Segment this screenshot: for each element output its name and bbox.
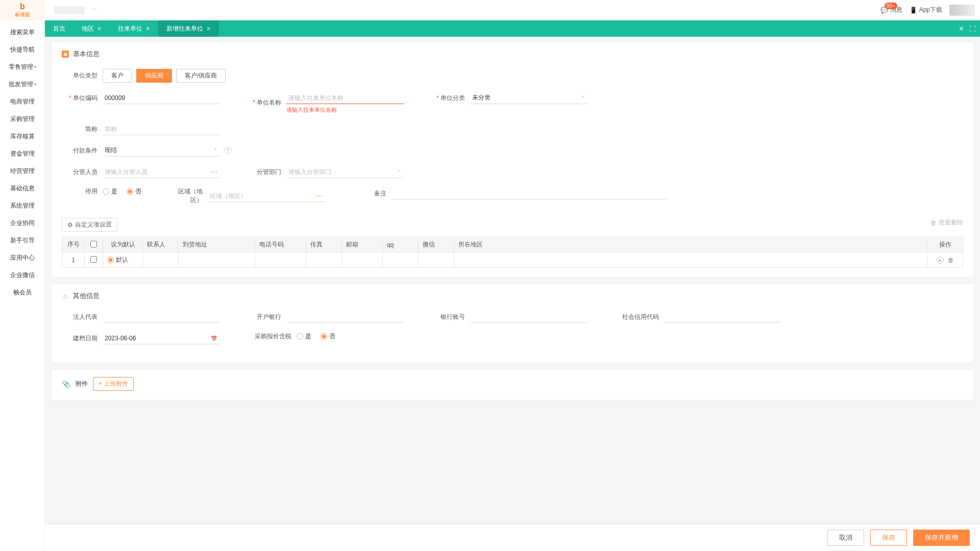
input-region[interactable] — [208, 190, 325, 202]
input-legal[interactable] — [103, 311, 220, 323]
user-avatar[interactable] — [949, 5, 975, 16]
layout: 搜索菜单快捷导航零售管理▾批发管理▾电商管理采购管理库存核算资金管理经营管理基础… — [0, 20, 980, 551]
unit-type-option[interactable]: 客户/供应商 — [176, 69, 226, 83]
org-switcher[interactable]: ﹀ — [45, 6, 106, 14]
cell-contact[interactable] — [143, 253, 179, 268]
custom-fields-button[interactable]: ⚙ 自定义项设置 — [62, 218, 117, 232]
cell-region[interactable] — [454, 253, 927, 268]
sidebar-item[interactable]: 畅会员 — [0, 284, 44, 301]
delete-row-icon[interactable]: 🗑 — [948, 257, 954, 264]
batch-delete-button[interactable]: 🗑 批量删除 — [930, 218, 963, 227]
panel-basic-title-text: 基本信息 — [73, 49, 100, 59]
sidebar-item[interactable]: 基础信息 — [0, 180, 44, 197]
input-unit-name[interactable] — [286, 92, 404, 104]
sidebar-item[interactable]: 企业协同 — [0, 214, 44, 232]
sidebar-item[interactable]: 系统管理 — [0, 197, 44, 214]
table-header: 操作 — [927, 237, 963, 253]
cell-phone[interactable] — [255, 253, 306, 268]
input-credit[interactable] — [664, 311, 781, 323]
more-icon[interactable]: ⋯ — [315, 192, 323, 200]
sidebar-item[interactable]: 批发管理▾ — [0, 76, 44, 93]
logo-edition: 标准版 — [15, 11, 30, 18]
sidebar-item[interactable]: 经营管理 — [0, 162, 44, 180]
select-unit-class[interactable] — [470, 92, 587, 104]
messages-button[interactable]: 💬 消息 99+ — [880, 6, 902, 14]
sidebar-item[interactable]: 企业微信 — [0, 266, 44, 284]
help-icon[interactable]: ? — [224, 147, 231, 154]
sidebar-item[interactable]: 快捷导航 — [0, 41, 44, 58]
tab[interactable]: 地区✕ — [74, 20, 110, 37]
cell-wechat[interactable] — [419, 253, 454, 268]
logo[interactable]: b 标准版 — [0, 0, 45, 20]
radio-tax-yes[interactable]: 是 — [297, 332, 311, 341]
radio-disabled-no[interactable]: 否 — [127, 187, 141, 196]
add-row-icon[interactable]: + — [937, 257, 944, 264]
save-button[interactable]: 保存 — [870, 530, 907, 546]
table-header: qq — [383, 237, 419, 253]
radio-tax-no[interactable]: 否 — [321, 332, 335, 341]
cancel-button[interactable]: 取消 — [827, 530, 864, 546]
sidebar-item-label: 快捷导航 — [10, 45, 35, 54]
sidebar-item-label: 畅会员 — [13, 288, 32, 297]
upload-attachment-button[interactable]: + 上传附件 — [93, 377, 134, 391]
cell-index: 1 — [62, 253, 85, 268]
sidebar-item[interactable]: 库存核算 — [0, 128, 44, 145]
unit-type-option[interactable]: 供应商 — [136, 69, 172, 83]
select-pay-term[interactable] — [103, 144, 220, 157]
label-bank: 开户银行 — [246, 313, 286, 321]
table-header: 微信 — [419, 237, 454, 253]
radio-no-label: 否 — [329, 332, 335, 341]
cell-email[interactable] — [342, 253, 383, 268]
label-pay-term: 付款条件 — [62, 146, 103, 155]
close-icon[interactable]: ✕ — [97, 26, 102, 32]
sidebar-item[interactable]: 资金管理 — [0, 145, 44, 162]
close-tab-icon[interactable]: ✕ — [959, 25, 964, 33]
sidebar-item-label: 批发管理 — [9, 80, 33, 89]
input-remark[interactable] — [391, 187, 667, 199]
sidebar-item[interactable]: 电商管理 — [0, 93, 44, 110]
select-dept[interactable] — [286, 166, 404, 178]
unit-type-option[interactable]: 客户 — [103, 69, 132, 83]
sidebar-item-label: 应用中心 — [10, 254, 35, 262]
close-icon[interactable]: ✕ — [206, 26, 211, 32]
table-header: 到货地址 — [179, 237, 255, 253]
sidebar-item[interactable]: 搜索菜单 — [0, 23, 44, 41]
sidebar-item[interactable]: 零售管理▾ — [0, 58, 44, 76]
save-and-new-button[interactable]: 保存并新增 — [913, 530, 970, 546]
fullscreen-icon[interactable]: ⛶ — [969, 25, 976, 33]
row-checkbox[interactable] — [90, 256, 97, 263]
input-account[interactable] — [470, 311, 587, 323]
table-header: 传真 — [306, 237, 342, 253]
input-bank[interactable] — [286, 311, 404, 323]
label-unit-class: 单位分类 — [429, 94, 470, 103]
cell-address[interactable] — [179, 253, 255, 268]
label-unit-code: 单位编码 — [62, 94, 103, 103]
input-unit-code[interactable] — [103, 92, 220, 104]
caret-icon: ▾ — [34, 65, 36, 69]
cell-qq[interactable] — [383, 253, 419, 268]
tab[interactable]: 往来单位✕ — [110, 20, 158, 37]
app-download-button[interactable]: 📱 App下载 — [910, 6, 942, 14]
unit-type-segment: 客户供应商客户/供应商 — [103, 69, 226, 83]
sidebar-item[interactable]: 新手引导 — [0, 232, 44, 249]
main-scroll[interactable]: ▣ 基本信息 单位类型 客户供应商客户/供应商 单位编码 — [45, 37, 980, 524]
input-create-date[interactable] — [103, 332, 220, 344]
radio-default[interactable]: 默认 — [107, 256, 138, 264]
tabbar: 首页地区✕往来单位✕新增往来单位✕ ✕ ⛶ — [45, 20, 980, 37]
tab[interactable]: 新增往来单位✕ — [158, 20, 219, 37]
org-name-placeholder — [54, 6, 85, 14]
input-manager[interactable] — [103, 166, 220, 178]
close-icon[interactable]: ✕ — [145, 26, 150, 32]
radio-yes-label: 是 — [111, 187, 117, 196]
tab[interactable]: 首页 — [45, 20, 74, 37]
label-tax: 采购报价含税 — [246, 332, 297, 341]
more-icon[interactable]: ⋯ — [210, 168, 218, 176]
panel-basic-title: ▣ 基本信息 — [62, 49, 963, 59]
sidebar-item[interactable]: 应用中心 — [0, 249, 44, 266]
sidebar-item[interactable]: 采购管理 — [0, 110, 44, 128]
sidebar-item-label: 电商管理 — [10, 97, 35, 106]
select-all-checkbox[interactable] — [90, 241, 97, 247]
cell-fax[interactable] — [306, 253, 342, 268]
input-short-name[interactable] — [103, 123, 220, 135]
radio-disabled-yes[interactable]: 是 — [103, 187, 117, 196]
